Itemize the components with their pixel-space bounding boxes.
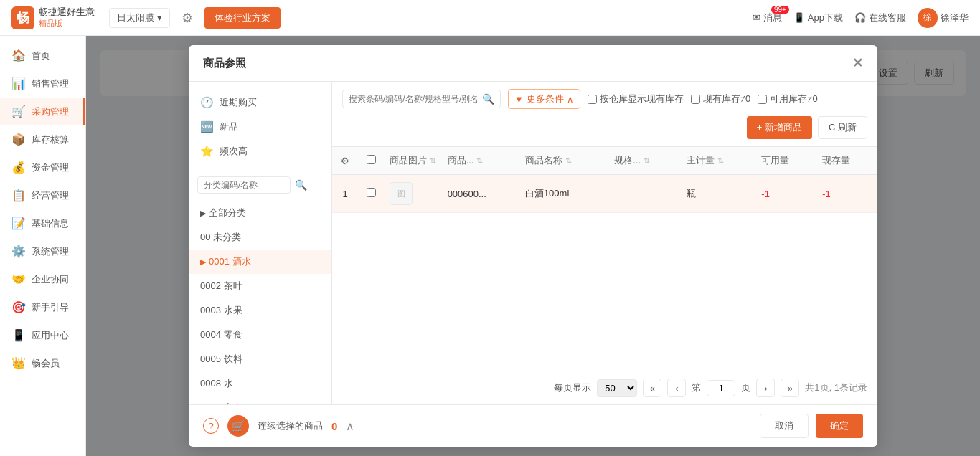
inventory-icon: 📦 xyxy=(11,133,26,146)
footer-right: 取消 确定 xyxy=(760,414,863,438)
more-filters-btn[interactable]: ▼ 更多条件 ∧ xyxy=(508,89,580,109)
sidebar-item-enterprise[interactable]: 🤝 企业协同 xyxy=(0,265,85,293)
nav-app-download[interactable]: 📱 App下载 xyxy=(793,11,843,24)
first-page-btn[interactable]: « xyxy=(643,379,661,397)
apps-icon: 📱 xyxy=(11,328,26,342)
sort-image-icon[interactable]: ⇅ xyxy=(430,156,436,165)
cat-0010[interactable]: 0010 家电 xyxy=(189,396,331,404)
table-toolbar: 🔍 ▼ 更多条件 ∧ 按仓库显示现有库存 xyxy=(332,82,877,147)
show-stock-by-warehouse[interactable]: 按仓库显示现有库存 xyxy=(588,92,684,105)
sidebar-item-home[interactable]: 🏠 首页 xyxy=(0,42,85,70)
cancel-btn[interactable]: 取消 xyxy=(760,414,809,438)
logo-area: 畅 畅捷通好生意 精品版 xyxy=(11,6,95,29)
next-page-btn[interactable]: › xyxy=(756,379,775,397)
filter-icon: ▼ xyxy=(514,94,524,105)
experience-btn[interactable]: 体验行业方案 xyxy=(204,7,281,29)
sidebar-item-finance[interactable]: 💰 资金管理 xyxy=(0,153,85,181)
quick-frequent[interactable]: ⭐ 频次高 xyxy=(189,139,331,163)
avatar: 徐 xyxy=(918,8,938,28)
table-row[interactable]: 1 图 000600... 白酒100ml xyxy=(332,175,877,213)
select-all-checkbox[interactable] xyxy=(367,155,376,164)
modal-footer: ? 🛒 连续选择的商品 0 ∧ 取消 确定 xyxy=(189,404,877,447)
sort-unit-icon[interactable]: ⇅ xyxy=(717,156,724,165)
prev-page-btn[interactable]: ‹ xyxy=(667,379,686,397)
product-search-input[interactable] xyxy=(349,94,478,104)
product-search-icon[interactable]: 🔍 xyxy=(482,93,494,105)
row-checkbox-cell[interactable] xyxy=(358,175,384,213)
row-available: -1 xyxy=(755,175,816,213)
stock-nonzero-filter[interactable]: 现有库存≠0 xyxy=(691,92,750,105)
cat-0005[interactable]: 0005 饮料 xyxy=(189,347,331,371)
category-search-icon[interactable]: 🔍 xyxy=(295,179,307,191)
sort-spec-icon[interactable]: ⇅ xyxy=(644,156,650,165)
quick-filters: 🕐 近期购买 🆕 新品 ⭐ 频次高 xyxy=(189,87,331,166)
available-nonzero-checkbox[interactable] xyxy=(758,95,767,104)
row-checkbox[interactable] xyxy=(367,188,376,197)
expand-all-icon: ▶ xyxy=(200,209,206,218)
quick-recent-purchase[interactable]: 🕐 近期购买 xyxy=(189,90,331,115)
row-no: 1 xyxy=(332,175,358,213)
settings-icon[interactable]: ⚙ xyxy=(182,10,193,26)
stock-nonzero-checkbox[interactable] xyxy=(691,95,700,104)
help-icon[interactable]: ? xyxy=(203,418,219,434)
right-panel: 🔍 ▼ 更多条件 ∧ 按仓库显示现有库存 xyxy=(332,82,877,404)
modal-header: 商品参照 ✕ xyxy=(189,45,877,82)
cat-0001[interactable]: ▶ 0001 酒水 xyxy=(189,250,331,274)
nav-user-menu[interactable]: 徐 徐泽华 xyxy=(918,8,969,28)
new-icon: 🆕 xyxy=(200,120,214,133)
nav-branch-selector[interactable]: 日太阳膜 ▾ xyxy=(109,8,170,28)
cat-0004[interactable]: 0004 零食 xyxy=(189,323,331,347)
toolbar-right: + 新增商品 C 刷新 xyxy=(747,116,867,139)
finance-icon: 💰 xyxy=(11,161,26,174)
sidebar-item-operations[interactable]: 📋 经营管理 xyxy=(0,181,85,209)
col-settings[interactable]: ⚙ xyxy=(332,147,358,175)
sort-name-icon[interactable]: ⇅ xyxy=(565,156,572,165)
available-nonzero-filter[interactable]: 可用库存≠0 xyxy=(758,92,817,105)
sidebar-item-system[interactable]: ⚙️ 系统管理 xyxy=(0,237,85,265)
col-select-all[interactable] xyxy=(358,147,384,175)
main-layout: 🏠 首页 📊 销售管理 🛒 采购管理 📦 库存核算 💰 资金管理 📋 经营管理 … xyxy=(0,36,980,456)
expand-0001-icon: ▶ xyxy=(200,257,206,267)
page-label: 第 xyxy=(692,381,701,394)
pagination: 每页显示 50 10 20 100 « ‹ 第 页 xyxy=(332,371,877,404)
warehouse-stock-checkbox[interactable] xyxy=(588,95,597,104)
refresh-btn[interactable]: C 刷新 xyxy=(818,116,867,139)
cart-icon[interactable]: 🛒 xyxy=(227,415,249,437)
sidebar-item-apps[interactable]: 📱 应用中心 xyxy=(0,321,85,349)
last-page-btn[interactable]: » xyxy=(781,379,799,397)
cat-0008[interactable]: 0008 水 xyxy=(189,371,331,396)
row-name: 白酒100ml xyxy=(519,175,608,213)
row-image: 图 xyxy=(384,175,442,213)
page-suffix: 页 xyxy=(741,381,750,394)
nav-online-service[interactable]: 🎧 在线客服 xyxy=(854,11,906,24)
membership-icon: 👑 xyxy=(11,356,26,370)
sidebar-item-membership[interactable]: 👑 畅会员 xyxy=(0,349,85,377)
sort-code-icon[interactable]: ⇅ xyxy=(476,156,483,165)
sidebar-item-sales[interactable]: 📊 销售管理 xyxy=(0,70,85,98)
sidebar-item-guide[interactable]: 🎯 新手引导 xyxy=(0,293,85,321)
nav-right: ✉ 消息 99+ 📱 App下载 🎧 在线客服 徐 徐泽华 xyxy=(753,8,969,28)
sidebar-item-basic-info[interactable]: 📝 基础信息 xyxy=(0,209,85,237)
modal-body: 🕐 近期购买 🆕 新品 ⭐ 频次高 xyxy=(189,82,877,404)
left-panel: 🕐 近期购买 🆕 新品 ⭐ 频次高 xyxy=(189,82,332,404)
nav-message[interactable]: ✉ 消息 99+ xyxy=(753,11,782,24)
cat-0002[interactable]: 0002 茶叶 xyxy=(189,274,331,298)
per-page-select[interactable]: 50 10 20 100 xyxy=(597,379,637,397)
home-icon: 🏠 xyxy=(11,49,26,62)
confirm-btn[interactable]: 确定 xyxy=(816,414,863,438)
modal-overlay: 商品参照 ✕ 🕐 近期购买 🆕 xyxy=(86,36,980,456)
cat-00[interactable]: 00 未分类 xyxy=(189,225,331,250)
per-page-label: 每页显示 xyxy=(554,381,591,394)
quick-new-products[interactable]: 🆕 新品 xyxy=(189,115,331,139)
category-search-row: 🔍 xyxy=(189,172,331,198)
collapse-icon[interactable]: ∧ xyxy=(346,419,354,433)
add-product-btn[interactable]: + 新增商品 xyxy=(747,116,812,139)
sidebar-item-inventory[interactable]: 📦 库存核算 xyxy=(0,125,85,153)
cat-0003[interactable]: 0003 水果 xyxy=(189,298,331,323)
category-search-input[interactable] xyxy=(197,176,291,194)
page-number-input[interactable] xyxy=(707,380,735,396)
cat-all[interactable]: ▶ 全部分类 xyxy=(189,201,331,225)
sidebar-item-purchase[interactable]: 🛒 采购管理 xyxy=(0,98,85,125)
col-stock-header: 现存量 xyxy=(816,147,877,175)
modal-close-icon[interactable]: ✕ xyxy=(852,55,863,71)
